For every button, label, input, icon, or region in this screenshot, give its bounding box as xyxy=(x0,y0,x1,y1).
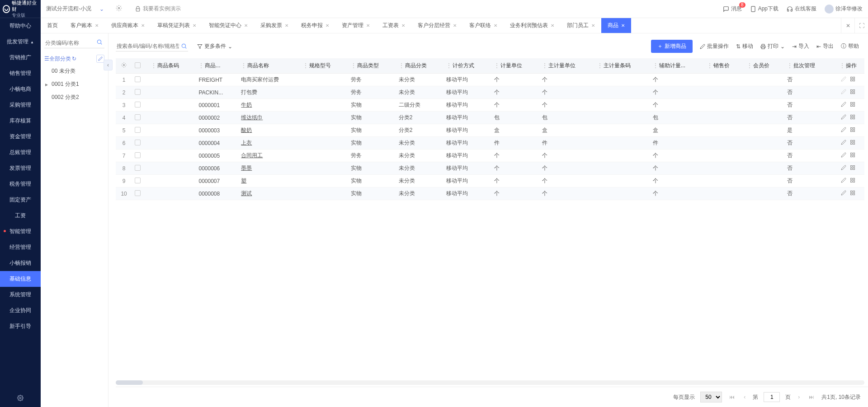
next-page-button[interactable]: › xyxy=(796,394,802,400)
close-icon[interactable]: ✕ xyxy=(621,23,625,28)
sidebar-item[interactable]: 批发管理 xyxy=(0,34,41,50)
user-menu[interactable]: 徐泽华修改 xyxy=(825,5,863,14)
column-header[interactable]: ⋮商品分类 xyxy=(396,58,444,74)
edit-row-button[interactable] xyxy=(841,165,846,172)
sidebar-item[interactable]: 经营管理 xyxy=(0,239,41,255)
product-name-link[interactable]: 酸奶 xyxy=(241,127,252,133)
sidebar-item[interactable]: 总账管理 xyxy=(0,145,41,160)
sidebar-item[interactable]: 帮助中心 xyxy=(0,18,41,34)
demo-link[interactable]: 我要看实例演示 xyxy=(135,5,181,13)
table-search-input[interactable] xyxy=(116,41,188,51)
tree-node[interactable]: 00 未分类 xyxy=(41,65,108,78)
tab[interactable]: 智能凭证中心✕ xyxy=(203,18,254,33)
online-service-button[interactable]: 在线客服 xyxy=(787,5,816,13)
close-icon[interactable]: ✕ xyxy=(401,23,405,28)
tab[interactable]: 客户分层经营✕ xyxy=(411,18,463,33)
more-row-button[interactable] xyxy=(850,76,855,83)
tab[interactable]: 客户联络✕ xyxy=(463,18,504,33)
column-header[interactable]: ⋮商品名称 xyxy=(238,58,300,74)
tree-node[interactable]: 0002 分类2 xyxy=(41,91,108,104)
more-row-button[interactable] xyxy=(850,178,855,184)
more-row-button[interactable] xyxy=(850,165,855,172)
sidebar-item[interactable]: 资金管理 xyxy=(0,129,41,145)
print-button[interactable]: 打印 ⌄ xyxy=(760,42,785,50)
tab[interactable]: 供应商账本✕ xyxy=(105,18,151,33)
column-header[interactable]: ⋮商品... xyxy=(196,58,238,74)
app-download-button[interactable]: App下载 xyxy=(750,5,778,13)
tab[interactable]: 商品✕ xyxy=(601,18,631,33)
search-icon[interactable] xyxy=(96,39,103,47)
scrollbar-thumb[interactable] xyxy=(116,380,143,385)
tab[interactable]: 草稿凭证列表✕ xyxy=(151,18,203,33)
tab-fullscreen[interactable]: ⛶ xyxy=(854,18,868,33)
close-icon[interactable]: ✕ xyxy=(551,23,554,28)
close-icon[interactable]: ✕ xyxy=(326,23,329,28)
batch-button[interactable]: 批量操作 xyxy=(700,42,729,50)
tree-search-input[interactable] xyxy=(44,38,104,48)
close-icon[interactable]: ✕ xyxy=(141,23,145,28)
more-row-button[interactable] xyxy=(850,190,855,197)
column-header[interactable]: ⋮辅助计量... xyxy=(650,58,704,74)
close-icon[interactable]: ✕ xyxy=(193,23,196,28)
column-header[interactable]: ⋮销售价 xyxy=(704,58,744,74)
workflow-selector[interactable]: 测试分开流程-小况 ⌄ xyxy=(46,5,112,13)
edit-row-button[interactable] xyxy=(841,178,846,184)
sidebar-item[interactable]: 税务管理 xyxy=(0,176,41,192)
column-header[interactable]: ⋮计量单位 xyxy=(491,58,539,74)
product-name-link[interactable]: 牛奶 xyxy=(241,102,252,108)
export-button[interactable]: ⇤ 导出 xyxy=(816,42,834,50)
tree-node[interactable]: 0001 分类1 xyxy=(41,78,108,91)
product-name-link[interactable]: 合同用工 xyxy=(241,152,263,159)
tab-close-all[interactable]: ✕ xyxy=(841,18,854,33)
close-icon[interactable]: ✕ xyxy=(591,23,595,28)
tab[interactable]: 资产管理✕ xyxy=(335,18,376,33)
close-icon[interactable]: ✕ xyxy=(453,23,457,28)
sidebar-item[interactable]: 库存核算 xyxy=(0,113,41,129)
tab[interactable]: 业务利润预估表✕ xyxy=(504,18,561,33)
edit-row-button[interactable] xyxy=(841,76,846,83)
sidebar-item[interactable]: 采购管理 xyxy=(0,97,41,113)
sidebar-settings[interactable] xyxy=(0,390,41,407)
close-icon[interactable]: ✕ xyxy=(494,23,497,28)
select-all[interactable] xyxy=(132,58,148,74)
edit-row-button[interactable] xyxy=(841,114,846,121)
search-icon[interactable] xyxy=(181,43,187,51)
tree-collapse-button[interactable]: ‹ xyxy=(104,60,113,70)
tree-root[interactable]: ☰ 全部分类 ↻ xyxy=(41,53,108,65)
page-input[interactable] xyxy=(764,392,780,402)
sidebar-item[interactable]: 销售管理 xyxy=(0,65,41,81)
more-conditions-button[interactable]: 更多条件 ⌄ xyxy=(197,42,232,50)
sidebar-item[interactable]: 新手引导 xyxy=(0,318,41,334)
horizontal-scrollbar[interactable] xyxy=(116,380,864,385)
column-header[interactable]: ⋮批次管理 xyxy=(784,58,832,74)
sidebar-item[interactable]: 智能管理 xyxy=(0,224,41,239)
product-name-link[interactable]: 维达纸巾 xyxy=(241,114,263,121)
column-header[interactable]: ⋮操作 xyxy=(832,58,864,74)
more-row-button[interactable] xyxy=(850,102,855,108)
edit-row-button[interactable] xyxy=(841,152,846,159)
tab[interactable]: 客户账本✕ xyxy=(64,18,105,33)
column-header[interactable]: ⋮主计量单位 xyxy=(539,58,595,74)
close-icon[interactable]: ✕ xyxy=(95,23,99,28)
product-name-link[interactable]: 测试 xyxy=(241,190,252,196)
move-button[interactable]: ⇅ 移动 xyxy=(736,42,753,50)
sidebar-item[interactable]: 基础信息 xyxy=(0,271,41,287)
messages-button[interactable]: 消息 8 xyxy=(723,5,742,13)
sidebar-item[interactable]: 小畅报销 xyxy=(0,255,41,271)
column-header[interactable]: ⋮计价方式 xyxy=(443,58,491,74)
close-icon[interactable]: ✕ xyxy=(285,23,288,28)
sidebar-item[interactable]: 工资 xyxy=(0,208,41,224)
more-row-button[interactable] xyxy=(850,89,855,96)
column-header[interactable]: ⋮商品条码 xyxy=(148,58,196,74)
close-icon[interactable]: ✕ xyxy=(366,23,370,28)
per-page-select[interactable]: 50 xyxy=(700,392,722,402)
column-header[interactable]: ⋮规格型号 xyxy=(300,58,348,74)
tab[interactable]: 采购发票✕ xyxy=(254,18,295,33)
sidebar-item[interactable]: 固定资产 xyxy=(0,192,41,208)
product-name-link[interactable]: 塑 xyxy=(241,178,246,184)
last-page-button[interactable]: ⏭ xyxy=(807,394,816,400)
tab[interactable]: 部门员工✕ xyxy=(561,18,601,33)
sidebar-item[interactable]: 发票管理 xyxy=(0,160,41,176)
workflow-settings[interactable] xyxy=(116,5,122,13)
edit-row-button[interactable] xyxy=(841,190,846,197)
